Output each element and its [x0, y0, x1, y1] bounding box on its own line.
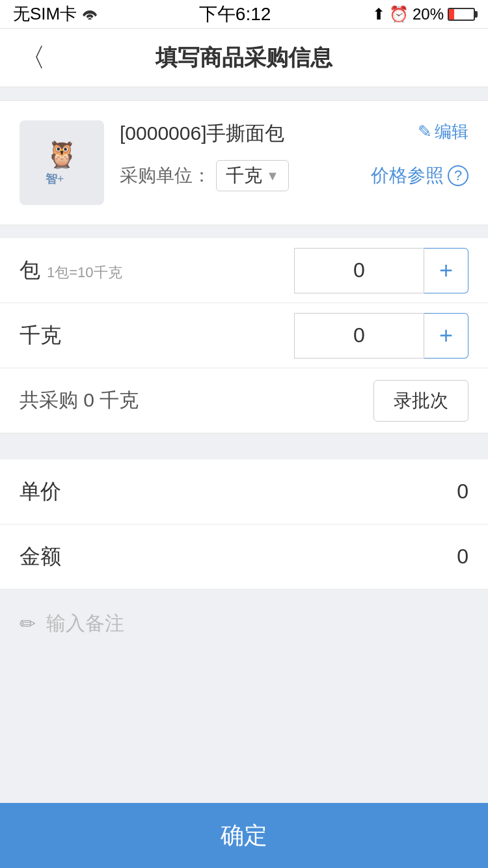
unit-label: 采购单位：: [120, 163, 211, 188]
product-unit-row: 采购单位： 千克 ▼ 价格参照 ?: [120, 160, 468, 191]
section-divider-1: [0, 225, 488, 238]
notes-section[interactable]: ✏ 输入备注: [0, 591, 488, 657]
price-ref-button[interactable]: 价格参照 ?: [371, 163, 468, 188]
svg-point-0: [88, 18, 92, 20]
status-right: ⬆ ⏰ 20%: [372, 5, 475, 23]
input-section: 包 1包=10千克 + 千克 + 共采购 0 千克 录批次: [0, 238, 488, 433]
input-row-bao: 包 1包=10千克 +: [0, 238, 488, 303]
back-button[interactable]: 〈: [20, 40, 59, 75]
price-value: 0: [457, 480, 468, 504]
edit-button[interactable]: ✎ 编辑: [418, 120, 468, 143]
product-logo: 🦉 智+: [46, 139, 78, 187]
price-label: 单价: [20, 478, 457, 506]
page-title: 填写商品采购信息: [156, 43, 332, 73]
nav-bar: 〈 填写商品采购信息: [0, 29, 488, 87]
batch-button[interactable]: 录批次: [373, 380, 468, 422]
bao-qty-controls: +: [294, 248, 468, 293]
kg-qty-input[interactable]: [294, 313, 424, 359]
amount-row: 金额 0: [0, 524, 488, 590]
battery-percent: 20%: [413, 5, 444, 23]
info-section: 单价 0 金额 0: [0, 459, 488, 590]
notes-placeholder: 输入备注: [46, 610, 124, 637]
amount-label: 金额: [20, 543, 457, 571]
wifi-icon: [82, 4, 98, 24]
battery-icon: [448, 8, 475, 21]
product-info: [0000006]手撕面包 ✎ 编辑 采购单位： 千克 ▼ 价格参照 ?: [120, 120, 468, 191]
total-row: 共采购 0 千克 录批次: [0, 368, 488, 433]
location-icon: ⬆: [372, 5, 385, 23]
section-divider-2: [0, 433, 488, 446]
dropdown-arrow-icon: ▼: [266, 169, 279, 183]
input-row-kg: 千克 +: [0, 303, 488, 368]
price-row: 单价 0: [0, 459, 488, 524]
unit-select[interactable]: 千克 ▼: [216, 160, 289, 191]
product-image: 🦉 智+: [20, 120, 104, 205]
bao-hint: 1包=10千克: [47, 263, 122, 282]
status-left: 无SIM卡: [13, 3, 98, 25]
status-time: 下午6:12: [199, 2, 271, 27]
kg-label: 千克: [20, 321, 294, 350]
help-icon: ?: [448, 165, 468, 186]
kg-qty-controls: +: [294, 313, 468, 359]
bao-label: 包 1包=10千克: [20, 256, 294, 285]
product-card: 🦉 智+ [0000006]手撕面包 ✎ 编辑 采购单位： 千克: [0, 100, 488, 225]
bao-qty-input[interactable]: [294, 248, 424, 293]
product-name: [0000006]手撕面包: [120, 120, 284, 147]
unit-label-group: 采购单位： 千克 ▼: [120, 160, 289, 191]
carrier-text: 无SIM卡: [13, 3, 77, 25]
alarm-icon: ⏰: [389, 5, 409, 23]
confirm-button[interactable]: 确定: [0, 803, 488, 868]
total-label: 共采购 0 千克: [20, 387, 373, 414]
pencil-icon: ✏: [20, 612, 36, 635]
product-header: [0000006]手撕面包 ✎ 编辑: [120, 120, 468, 147]
bao-plus-button[interactable]: +: [424, 248, 468, 293]
kg-plus-button[interactable]: +: [424, 313, 468, 359]
status-bar: 无SIM卡 下午6:12 ⬆ ⏰ 20%: [0, 0, 488, 29]
amount-value: 0: [457, 545, 468, 569]
